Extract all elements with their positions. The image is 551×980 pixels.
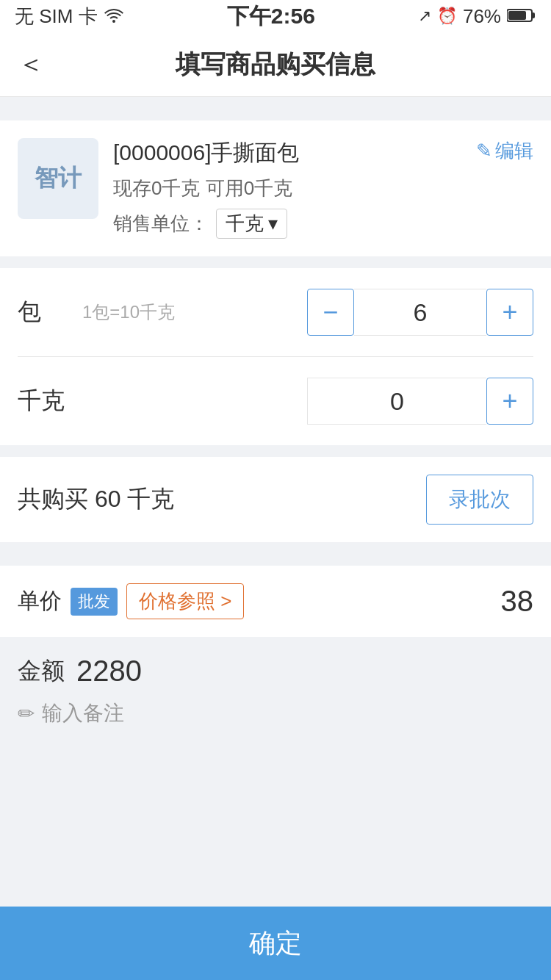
price-section: 单价 批发 价格参照 > 38 <box>0 566 551 637</box>
unit-label: 销售单位： <box>113 211 209 237</box>
battery-icon <box>507 5 536 28</box>
battery-percent: 76% <box>463 5 501 28</box>
edit-label: 编辑 <box>495 138 533 164</box>
location-icon: ↗ <box>418 7 431 26</box>
confirm-button[interactable]: 确定 <box>0 907 551 980</box>
svg-rect-2 <box>508 11 526 20</box>
product-card: 智计 [0000006]手撕面包 现存0千克 可用0千克 销售单位： 千克 ▾ … <box>0 120 551 256</box>
wifi-icon <box>104 5 124 28</box>
product-thumbnail: 智计 <box>18 138 98 219</box>
divider-qty <box>0 256 551 268</box>
qty-plus-kg[interactable]: + <box>486 378 533 425</box>
svg-rect-1 <box>532 12 535 18</box>
summary-section: 共购买 60 千克 录批次 <box>0 457 551 542</box>
price-value: 38 <box>501 585 534 618</box>
back-button[interactable]: ＜ <box>18 46 44 82</box>
divider-price <box>0 542 551 554</box>
unit-selector[interactable]: 千克 ▾ <box>216 209 287 239</box>
unit-value: 千克 <box>226 211 264 237</box>
remark-icon: ✏ <box>18 702 35 726</box>
alarm-icon: ⏰ <box>437 7 457 26</box>
status-time: 下午2:56 <box>227 1 315 32</box>
divider-top <box>0 97 551 109</box>
nav-bar: ＜ 填写商品购买信息 <box>0 32 551 97</box>
status-left: 无 SIM 卡 <box>15 4 124 29</box>
qty-label-kg: 千克 <box>18 385 76 417</box>
amount-row: 金额 2280 <box>18 655 533 688</box>
qty-plus-bao[interactable]: + <box>486 289 533 336</box>
quantity-row-bao: 包 1包=10千克 − + <box>18 268 533 357</box>
product-stock: 现存0千克 可用0千克 <box>113 176 533 201</box>
status-right: ↗ ⏰ 76% <box>418 5 536 28</box>
qty-hint-bao: 1包=10千克 <box>82 300 307 324</box>
amount-section: 金额 2280 ✏ 输入备注 <box>0 637 551 745</box>
product-info: [0000006]手撕面包 现存0千克 可用0千克 销售单位： 千克 ▾ <box>113 138 533 239</box>
amount-value: 2280 <box>76 655 142 688</box>
unit-dropdown-icon: ▾ <box>268 212 278 235</box>
page-title: 填写商品购买信息 <box>176 48 375 82</box>
status-bar: 无 SIM 卡 下午2:56 ↗ ⏰ 76% <box>0 0 551 32</box>
price-badge: 批发 <box>71 588 118 616</box>
qty-input-bao[interactable] <box>354 289 486 336</box>
qty-input-kg[interactable] <box>307 378 486 425</box>
amount-label: 金额 <box>18 655 65 688</box>
product-name: [0000006]手撕面包 <box>113 138 533 168</box>
remark-row[interactable]: ✏ 输入备注 <box>18 699 533 727</box>
batch-button[interactable]: 录批次 <box>426 475 533 525</box>
price-label: 单价 <box>18 586 62 616</box>
qty-minus-bao[interactable]: − <box>307 289 354 336</box>
qty-controls-bao: − + <box>307 289 533 336</box>
quantity-row-kg: 千克 + <box>18 357 533 445</box>
edit-link[interactable]: ✎ 编辑 <box>476 138 533 164</box>
qty-controls-kg: + <box>307 378 533 425</box>
edit-icon: ✎ <box>476 140 492 162</box>
product-unit-row: 销售单位： 千克 ▾ <box>113 209 533 239</box>
qty-label-bao: 包 <box>18 296 76 328</box>
price-ref-button[interactable]: 价格参照 > <box>126 583 244 619</box>
carrier-text: 无 SIM 卡 <box>15 4 98 29</box>
remark-placeholder: 输入备注 <box>42 699 124 727</box>
price-left: 单价 批发 价格参照 > <box>18 583 244 619</box>
quantity-section: 包 1包=10千克 − + 千克 + <box>0 268 551 445</box>
summary-text: 共购买 60 千克 <box>18 483 174 516</box>
divider-summary <box>0 445 551 457</box>
